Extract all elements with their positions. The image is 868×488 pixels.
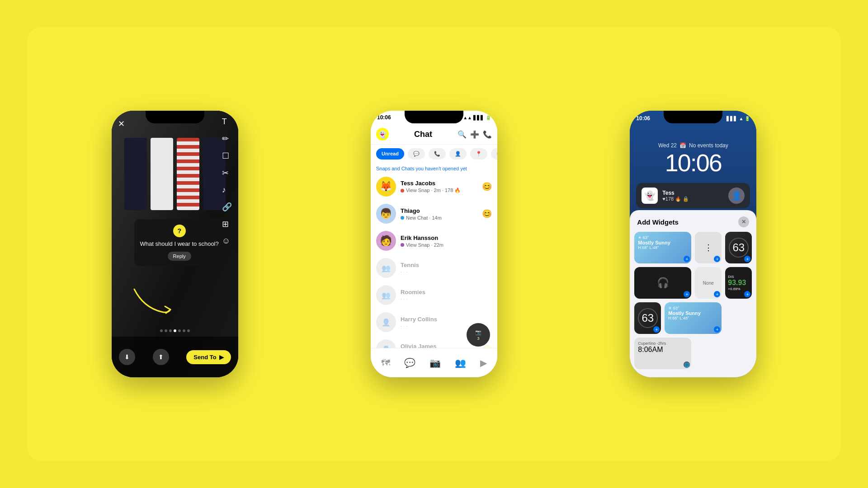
location-filter[interactable]: 📍 xyxy=(470,148,487,160)
weather-1-add[interactable]: + xyxy=(684,256,690,262)
nav-camera[interactable]: 📷 xyxy=(429,357,441,368)
chat-filter[interactable]: 💬 xyxy=(408,148,425,160)
panel-close-button[interactable]: ✕ xyxy=(738,216,749,227)
hanger-white xyxy=(151,138,173,210)
text-tool[interactable]: T xyxy=(222,117,232,127)
dot7 xyxy=(187,329,190,332)
main-container: ✕ T ✏ ☐ ✂ ♪ 🔗 ⊞ ☺ ? What should I wear t… xyxy=(27,27,841,461)
chat-name-erik: Erik Hansson xyxy=(401,235,492,241)
stocks-price: 93.93 xyxy=(728,279,749,287)
clock-add[interactable]: + xyxy=(744,256,750,262)
cupertino-add[interactable]: 🌐 xyxy=(684,361,690,368)
snap-widget-info: Tess ♥178 🔥 🔒 xyxy=(662,190,724,202)
clock-number: 63 xyxy=(729,238,749,258)
question-text: What should I wear to school? xyxy=(140,240,219,248)
chat-name-roomies: Roomies xyxy=(401,289,492,296)
chat-sub-tess: View Snap · 2m · 178 🔥 xyxy=(401,188,477,193)
snap-widget[interactable]: 👻 Tess ♥178 🔥 🔒 👤 xyxy=(636,183,750,208)
gift-filter[interactable]: 🎁 xyxy=(491,148,497,160)
app-item-batteries[interactable]: 🔋 Batteries xyxy=(634,374,752,377)
headphones-add[interactable]: + xyxy=(684,291,690,297)
phone2-notch xyxy=(405,111,463,123)
weather2-add[interactable]: + xyxy=(714,326,720,333)
panel-header: Add Widgets ✕ xyxy=(630,210,756,232)
unread-filter[interactable]: Unread xyxy=(376,148,404,160)
widget-weather-1[interactable]: ☀ 63° Mostly Sunny H:68° L:48° + xyxy=(634,232,691,263)
phone3-notch xyxy=(664,111,722,123)
chat-sub-tennis: · · · xyxy=(401,269,492,275)
more-icon[interactable]: 📞 xyxy=(483,130,492,139)
widget-headphones[interactable]: 🎧 + xyxy=(634,267,691,299)
battery-icon-3: 🔋 xyxy=(745,116,750,121)
story-dots xyxy=(160,329,190,332)
widget-stocks[interactable]: DIS 93.93 +0.69% + xyxy=(725,267,752,299)
status-icons: ▲▲ ▋▋▋ 🔋 xyxy=(463,115,491,120)
scissors-tool[interactable]: ✂ xyxy=(222,168,232,178)
chat-item-roomies[interactable]: 👥 Roomies · · · xyxy=(371,282,497,309)
weather-1-desc: Mostly Sunny xyxy=(638,240,688,245)
weather-1-range: H:68° L:48° xyxy=(638,245,688,250)
chat-title: Chat xyxy=(414,130,432,139)
dot6 xyxy=(183,329,185,332)
widget-weather-2[interactable]: ☀ 63° Mostly Sunny H:68° L:48° + xyxy=(665,302,722,334)
chat-sub-erik: View Snap · 22m xyxy=(401,242,492,248)
camera-fab[interactable]: 📷 3 xyxy=(467,323,490,347)
share-button[interactable]: ⬆ xyxy=(153,349,169,365)
clock2-add[interactable]: + xyxy=(653,326,660,333)
clothes-hanger xyxy=(112,138,238,228)
headphones-icon: 🎧 xyxy=(657,277,669,289)
snap-dot-blue xyxy=(401,216,404,220)
signal-icon: ▋▋▋ xyxy=(473,115,484,120)
chat-info-thiago: Thiago New Chat · 14m xyxy=(401,207,477,221)
wifi-icon: ▲▲ xyxy=(463,115,472,120)
nav-discover[interactable]: ▶ xyxy=(480,357,487,368)
stocks-add[interactable]: + xyxy=(744,291,750,297)
emoji-tool[interactable]: ☺ xyxy=(222,236,232,246)
snap-widget-name: Tess xyxy=(662,190,724,196)
avatar-erik: 🧑 xyxy=(376,231,396,251)
call-filter[interactable]: 📞 xyxy=(429,148,446,160)
widget-none[interactable]: None + xyxy=(695,267,722,299)
send-to-button[interactable]: Send To ▶ xyxy=(186,350,231,364)
chat-emoji-thiago: 😊 xyxy=(482,209,492,219)
chat-item-thiago[interactable]: 👦 Thiago New Chat · 14m 😊 xyxy=(371,200,497,227)
phone3-content: 10:06 ▋▋▋ ▲ 🔋 Wed 22 📅 No events today 1… xyxy=(630,111,756,377)
snap-widget-icon: 👻 xyxy=(642,188,658,204)
draw-tool[interactable]: ✏ xyxy=(222,134,232,144)
widget-clock[interactable]: 63 + xyxy=(725,232,752,263)
widget-cupertino[interactable]: Cupertino -2hrs 8:06AM 🌐 xyxy=(634,338,691,369)
dot-menu-add[interactable]: + xyxy=(714,256,720,262)
chat-item-tennis[interactable]: 👥 Tennis · · · xyxy=(371,254,497,282)
add-friend-icon[interactable]: ➕ xyxy=(470,130,479,139)
grid-tool[interactable]: ⊞ xyxy=(222,219,232,229)
widgets-grid: ☀ 63° Mostly Sunny H:68° L:48° + ⋮ + 63 … xyxy=(630,232,756,374)
nav-chat[interactable]: 💬 xyxy=(404,357,415,368)
stocks-ticker: DIS xyxy=(728,275,749,279)
music-tool[interactable]: ♪ xyxy=(222,185,232,195)
chat-item-erik[interactable]: 🧑 Erik Hansson View Snap · 22m xyxy=(371,227,497,254)
download-button[interactable]: ⬇ xyxy=(119,349,135,365)
chat-sub-roomies: · · · xyxy=(401,296,492,302)
none-add[interactable]: + xyxy=(714,291,720,297)
phone-chat: 10:06 ▲▲ ▋▋▋ 🔋 👻 Chat 🔍 ➕ 📞 Unread 💬 xyxy=(371,111,497,377)
bottom-nav: 🗺 💬 📷 👥 ▶ xyxy=(371,348,497,377)
nav-friends[interactable]: 👥 xyxy=(455,357,466,368)
right-tools: T ✏ ☐ ✂ ♪ 🔗 ⊞ ☺ xyxy=(222,117,232,246)
chat-item-tess[interactable]: 🦊 Tess Jacobs View Snap · 2m · 178 🔥 😊 xyxy=(371,173,497,200)
chat-info-tennis: Tennis · · · xyxy=(401,262,492,275)
nav-map[interactable]: 🗺 xyxy=(381,358,390,368)
avatar-thiago: 👦 xyxy=(376,204,396,224)
header-icons: 🔍 ➕ 📞 xyxy=(458,130,492,139)
snap-dot-purple xyxy=(401,243,404,247)
link-tool[interactable]: 🔗 xyxy=(222,202,232,212)
chat-info-roomies: Roomies · · · xyxy=(401,289,492,302)
chat-header: 👻 Chat 🔍 ➕ 📞 xyxy=(371,124,497,145)
search-icon[interactable]: 🔍 xyxy=(458,130,467,139)
reply-button[interactable]: Reply xyxy=(168,252,191,261)
battery-icon: 🔋 xyxy=(486,115,491,120)
widget-dot-menu[interactable]: ⋮ + xyxy=(695,232,722,263)
sticker-tool[interactable]: ☐ xyxy=(222,151,232,161)
close-button[interactable]: ✕ xyxy=(118,119,125,129)
bitmoji-filter[interactable]: 👤 xyxy=(449,148,467,160)
widget-clock-2[interactable]: 63 + xyxy=(634,302,661,334)
